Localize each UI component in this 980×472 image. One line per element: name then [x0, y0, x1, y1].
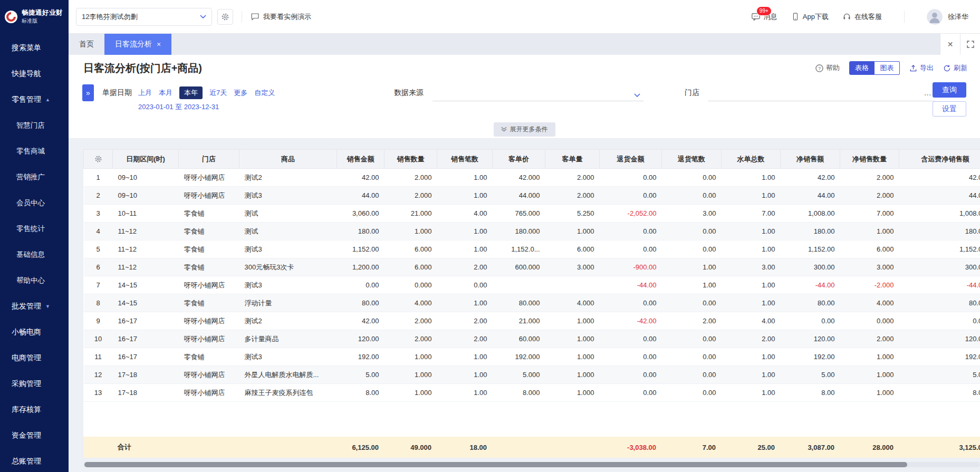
store-select[interactable]: ... [708, 85, 935, 101]
table-row[interactable]: 714~15呀呀小铺网店测试30.000.0000.00-44.001.001.… [84, 276, 980, 294]
date-option-this-month[interactable]: 本月 [159, 88, 172, 98]
table-spacer [83, 402, 980, 437]
sidebar-item-xiaochang-ecommerce[interactable]: 小畅电商 [0, 319, 69, 345]
app-download-button[interactable]: App下载 [791, 12, 829, 22]
table-row[interactable]: 814~15零食铺浮动计量80.004.0001.0080.0004.0000.… [84, 294, 980, 312]
tab-home[interactable]: 首页 [69, 34, 104, 55]
chart-view-button[interactable]: 图表 [875, 61, 900, 75]
cell-refund-amount: -900.00 [600, 258, 662, 276]
title-actions: ? 帮助 表格 图表 导出 [815, 61, 967, 75]
date-option-this-year[interactable]: 本年 [179, 86, 203, 99]
cell-sales-qty: 6.000 [385, 258, 437, 276]
cell-net-sales-with-freight: 44.00 [899, 187, 980, 205]
column-settings-button[interactable] [84, 150, 113, 169]
cell-product: 测试3 [239, 276, 337, 294]
cell-sales-qty: 1.000 [385, 384, 437, 402]
sidebar-item-ecommerce-management[interactable]: 电商管理 [0, 345, 69, 371]
table-row[interactable]: 511~12零食铺测试31,152.006.0001.001,152.0...6… [84, 240, 980, 258]
messages-button[interactable]: 99+ 消息 [751, 12, 777, 22]
table-row[interactable]: 209~10呀呀小铺网店测试344.002.0001.0044.0002.000… [84, 187, 980, 205]
org-selector[interactable]: 12李艳芬测试勿删 [76, 8, 212, 26]
cell-net-sales-with-freight: 42.00 [899, 169, 980, 187]
total-row: 合计6,125.0049.00018.00-3,038.007.0025.003… [83, 437, 980, 458]
sidebar-item-retail-stats[interactable]: 零售统计 [0, 216, 69, 242]
column-header-time-range: 日期区间(时) [113, 150, 179, 169]
main-area: 首页 日客流分析 × ✕ 日客流分析(按门店+商品) [69, 34, 980, 472]
table-row[interactable]: 916~17呀呀小铺网店测试242.002.0002.0021.0001.000… [84, 312, 980, 330]
fullscreen-button[interactable] [960, 34, 980, 55]
table-row[interactable]: 109~10呀呀小铺网店测试242.002.0001.0042.0002.000… [84, 169, 980, 187]
cell-sales-qty: 1.000 [385, 348, 437, 366]
sidebar-item-member-center[interactable]: 会员中心 [0, 190, 69, 216]
cell-store: 呀呀小铺网店 [179, 330, 239, 348]
sidebar-item-retail-mall[interactable]: 零售商城 [0, 138, 69, 164]
cell-settings: 5 [84, 240, 113, 258]
filter-settings-button[interactable]: 设置 [933, 101, 966, 117]
cell-sales-count: 1.00 [437, 187, 493, 205]
close-tabs-button[interactable]: ✕ [940, 34, 960, 55]
tab-daily-traffic[interactable]: 日客流分析 × [104, 34, 171, 55]
cell-avg-ticket-qty [545, 276, 600, 294]
help-button[interactable]: ? 帮助 [815, 63, 840, 73]
sidebar-item-quick-nav[interactable]: 快捷导航 [0, 61, 69, 86]
export-button[interactable]: 导出 [909, 63, 934, 73]
sidebar-item-smart-store[interactable]: 智慧门店 [0, 112, 69, 138]
date-options: 上月本月本年近7天更多自定义 [138, 86, 275, 99]
table-row[interactable]: 1116~17零食铺测试3192.001.0001.00192.0001.000… [84, 348, 980, 366]
date-option-last-month[interactable]: 上月 [138, 88, 152, 98]
cell-sales-amount: 180.00 [337, 223, 385, 240]
column-header-refund-count: 退货笔数 [662, 150, 722, 169]
brand-edition: 标准版 [22, 18, 63, 24]
date-range-value[interactable]: 2023-01-01 至 2023-12-31 [138, 102, 219, 112]
sidebar-item-funds-management[interactable]: 资金管理 [0, 422, 69, 448]
sidebar-item-marketing[interactable]: 营销推广 [0, 164, 69, 190]
table-row[interactable]: 1317~18呀呀小铺网店麻辣王子麦疫系列连包8.001.0001.008.00… [84, 384, 980, 402]
cell-avg-ticket-qty: 1.000 [545, 348, 600, 366]
sidebar-item-help-center[interactable]: 帮助中心 [0, 267, 69, 293]
table-view-button[interactable]: 表格 [849, 61, 875, 75]
date-option-more[interactable]: 更多 [234, 88, 247, 98]
sidebar-item-purchase-management[interactable]: 采购管理 [0, 371, 69, 397]
sidebar-item-label: 营销推广 [16, 172, 45, 182]
cell-refund-count: 0.00 [662, 366, 722, 384]
cell-sales-count: 2.00 [437, 258, 493, 276]
refresh-button[interactable]: 刷新 [943, 63, 967, 73]
date-option-last-7-days[interactable]: 近7天 [209, 88, 227, 98]
horizontal-scrollbar[interactable] [83, 462, 980, 467]
sidebar-item-retail-management[interactable]: 零售管理▲ [0, 86, 69, 112]
sidebar-item-wholesale-management[interactable]: 批发管理▼ [0, 293, 69, 319]
support-button[interactable]: 在线客服 [842, 12, 882, 22]
sidebar-item-search-menu[interactable]: 搜索菜单 [0, 35, 69, 61]
cell-net-sales: 44.00 [781, 187, 840, 205]
sidebar-item-inventory-accounting[interactable]: 库存核算 [0, 397, 69, 422]
table-header-row: 日期区间(时)门店商品销售金额销售数量销售笔数客单价客单量退货金额退货笔数水单总… [84, 150, 980, 169]
cell-avg-ticket-price: 5.000 [493, 366, 545, 384]
ellipsis-picker-icon[interactable]: ... [924, 89, 931, 97]
expand-more-button[interactable]: 展开更多条件 [494, 122, 555, 137]
username[interactable]: 徐泽华 [948, 12, 968, 22]
cell-sales-qty: 1.000 [385, 366, 437, 384]
brand-name: 畅捷通好业财 [22, 9, 63, 16]
sidebar-item-general-ledger[interactable]: 总账管理 [0, 448, 69, 472]
collapse-filters-button[interactable]: » [82, 84, 94, 101]
sidebar-item-label: 基础信息 [16, 250, 45, 259]
avatar[interactable] [927, 9, 943, 25]
table-row[interactable]: 1217~18呀呀小铺网店外星人电解质水电解质...5.001.0001.005… [84, 366, 980, 384]
date-option-custom[interactable]: 自定义 [254, 88, 275, 98]
scrollbar-thumb[interactable] [84, 462, 907, 467]
table-row[interactable]: 611~12零食铺300元畅玩3次卡1,200.006.0002.00600.0… [84, 258, 980, 276]
query-button[interactable]: 查询 [933, 82, 966, 98]
cell-net-sales: -44.00 [781, 276, 840, 294]
sidebar-item-basic-info[interactable]: 基础信息 [0, 242, 69, 267]
tab-close-icon[interactable]: × [157, 40, 161, 49]
source-select[interactable] [433, 85, 643, 101]
table-row[interactable]: 1016~17呀呀小铺网店多计量商品120.002.0002.0060.0001… [84, 330, 980, 348]
sidebar-item-label: 采购管理 [12, 379, 41, 389]
total-cell-time-range: 合计 [112, 437, 178, 458]
table-row[interactable]: 310~11零食铺测试3,060.0021.0004.00765.0005.25… [84, 205, 980, 223]
cell-net-sales-with-freight: 5.00 [899, 366, 980, 384]
gear-button[interactable] [217, 9, 233, 25]
demo-link[interactable]: 我要看实例演示 [251, 12, 311, 22]
topbar-divider [242, 11, 242, 23]
table-row[interactable]: 411~12零食铺测试180.001.0001.00180.0001.0000.… [84, 223, 980, 240]
